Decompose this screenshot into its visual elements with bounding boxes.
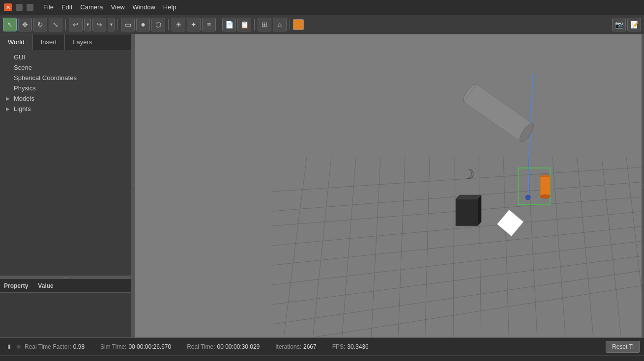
svg-marker-33 [456,195,481,199]
property-col-header: Property [4,282,28,289]
menu-bar: File Edit Camera View Window Help [39,0,180,15]
status-indicator [17,345,21,349]
scene-view: ☽ [135,34,644,337]
world-tree: GUI Scene Spherical Coordinates Physics … [0,50,131,276]
insert-cylinder-button[interactable]: ⬡ [151,18,165,31]
point-light-button[interactable]: ☀ [172,18,185,31]
toolbar-sep-1 [65,19,66,30]
fps-value: 30.3436 [347,343,368,350]
properties-header: Property Value [0,279,131,293]
iterations-label: Iterations: [275,343,301,350]
copy-button[interactable]: 📄 [222,18,236,31]
tree-item-models[interactable]: ▶ Models [0,93,131,104]
scale-tool-button[interactable]: ⤡ [49,18,62,31]
close-button[interactable]: ✕ [4,3,12,11]
toolbar-sep-4 [219,19,219,30]
svg-point-39 [526,195,530,200]
snap-button[interactable]: ⌂ [273,18,287,31]
undo-button[interactable]: ↩ [69,18,83,31]
menu-view[interactable]: View [107,0,129,15]
tab-layers[interactable]: Layers [65,34,100,50]
status-bar: ⏸ Real Time Factor: 0.98 Sim Time: 00 00… [0,337,644,355]
real-time-factor-value: 0.98 [73,343,85,350]
svg-rect-32 [456,199,477,226]
select-tool-button[interactable]: ↖ [3,18,17,31]
real-time-value: 00 00:00:30.029 [217,343,260,350]
right-resize-handle[interactable]: ⋮ [642,34,644,337]
svg-rect-37 [540,177,550,196]
real-time-label: Real Time: [187,343,215,350]
menu-window[interactable]: Window [129,0,159,15]
tab-bar: World Insert Layers [0,34,131,50]
tab-world[interactable]: World [0,34,33,50]
translate-tool-button[interactable]: ✥ [18,18,32,31]
paste-button[interactable]: 📋 [237,18,251,31]
toolbar-sep-3 [168,19,169,30]
redo-dropdown[interactable]: ▾ [108,18,115,31]
main-area: ↖ ✥ ↻ ⤡ ↩ ▾ ↪ ▾ ▭ ● ⬡ ☀ ✦ ≡ 📄 📋 ⊞ ⌂ 📷 📝 [0,15,644,361]
spot-light-button[interactable]: ✦ [187,18,201,31]
log-button[interactable]: 📝 [627,18,641,31]
tree-item-scene[interactable]: Scene [0,62,131,73]
dir-light-button[interactable]: ≡ [202,18,216,31]
toolbar: ↖ ✥ ↻ ⤡ ↩ ▾ ↪ ▾ ▭ ● ⬡ ☀ ✦ ≡ 📄 📋 ⊞ ⌂ 📷 📝 [0,15,644,34]
properties-panel: Property Value [0,278,131,337]
minimize-button[interactable] [16,4,23,11]
menu-help[interactable]: Help [159,0,180,15]
reset-button[interactable]: Reset Ti [606,341,640,353]
redo-button[interactable]: ↪ [92,18,106,31]
titlebar: ✕ File Edit Camera View Window Help [0,0,644,15]
tab-insert[interactable]: Insert [33,34,65,50]
tree-arrow-models: ▶ [6,96,12,101]
undo-dropdown[interactable]: ▾ [84,18,91,31]
left-panel: World Insert Layers GUI Scene Spherical … [0,34,132,337]
value-col-header: Value [38,282,53,289]
screenshot-button[interactable]: 📷 [612,18,626,31]
toolbar-sep-2 [117,19,118,30]
insert-sphere-button[interactable]: ● [136,18,150,31]
svg-point-38 [540,194,550,198]
svg-marker-34 [477,195,481,226]
tree-item-lights[interactable]: ▶ Lights [0,104,131,114]
maximize-button[interactable] [27,4,33,11]
iterations-value: 2667 [303,343,317,350]
bottom-scrollbar[interactable] [0,355,644,361]
tree-item-gui[interactable]: GUI [0,52,131,62]
insert-box-button[interactable]: ▭ [121,18,135,31]
pause-button[interactable]: ⏸ [4,342,14,352]
color-swatch[interactable] [293,19,304,30]
tree-item-physics[interactable]: Physics [0,83,131,93]
real-time-factor-label: Real Time Factor: [25,343,71,350]
content-area: World Insert Layers GUI Scene Spherical … [0,34,644,337]
align-button[interactable]: ⊞ [258,18,271,31]
tree-item-spherical-coordinates[interactable]: Spherical Coordinates [0,73,131,83]
menu-edit[interactable]: Edit [58,0,76,15]
toolbar-sep-6 [290,19,290,30]
toolbar-sep-5 [254,19,255,30]
menu-file[interactable]: File [39,0,58,15]
menu-camera[interactable]: Camera [76,0,107,15]
sim-time-label: Sim Time: [100,343,126,350]
svg-rect-0 [135,34,644,337]
viewport[interactable]: ☽ [135,34,644,337]
rotate-tool-button[interactable]: ↻ [33,18,47,31]
sim-time-value: 00 00:00:26.670 [128,343,171,350]
svg-text:☽: ☽ [461,166,476,183]
fps-label: FPS: [332,343,346,350]
tree-arrow-lights: ▶ [6,106,12,111]
